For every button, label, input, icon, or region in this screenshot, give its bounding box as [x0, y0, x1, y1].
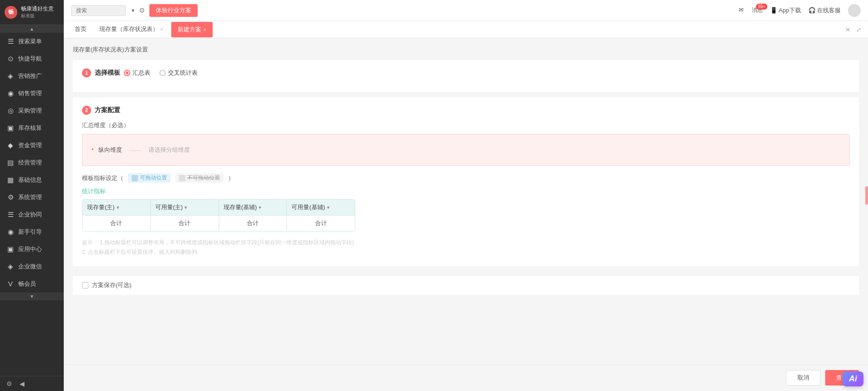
section-select-template: 1 选择模板 汇总表 交叉统计表	[73, 60, 859, 92]
template-radio-group: 汇总表 交叉统计表	[124, 69, 198, 77]
sidebar-item-label: 企业微信	[18, 262, 42, 271]
basic-info-icon: ▦	[6, 176, 15, 184]
sidebar-item-sales[interactable]: ◉ 销售管理	[0, 85, 64, 102]
gear-icon[interactable]: ⚙	[139, 6, 145, 15]
wechat-icon: ◈	[6, 262, 15, 271]
sidebar-item-inventory[interactable]: ▣ 库存核算	[0, 119, 64, 137]
tips-title: 提示：	[82, 239, 98, 246]
stat-cell-2: 合计	[151, 216, 219, 231]
stat-col-2[interactable]: 可用量(主) ▾	[151, 200, 219, 215]
newuser-icon: ◉	[6, 228, 15, 236]
indicators-label-suffix: ）	[228, 174, 234, 182]
topbar: ▾ ⚙ 体验行业方案 ✉ 99+ 消息 📱 App下载 🎧 在线客服	[64, 0, 868, 21]
tab-bar: 首页 现存量（库存状况表） × 新建方案 × ✕ ⤢	[64, 21, 868, 38]
tab-inventory-close-icon[interactable]: ×	[160, 26, 163, 32]
sidebar-item-basic-info[interactable]: ▦ 基础信息	[0, 171, 64, 189]
settings-icon[interactable]: ⚙	[6, 380, 12, 387]
dimension-box[interactable]: * 纵向维度 —— 请选择分组维度	[82, 134, 850, 166]
cancel-button[interactable]: 取消	[786, 370, 821, 386]
stat-col-3[interactable]: 现存量(基辅) ▾	[219, 200, 287, 215]
sidebar-item-wechat[interactable]: ◈ 企业微信	[0, 258, 64, 275]
tab-close-action[interactable]: ✕	[843, 25, 853, 34]
stat-cell-1: 合计	[82, 216, 151, 231]
search-input[interactable]	[71, 5, 126, 16]
stat-section: 统计指标 现存量(主) ▾ 可用量(主) ▾	[82, 187, 850, 232]
sidebar-item-label: 应用中心	[18, 245, 42, 253]
footer-buttons: 取消 查询	[64, 364, 868, 391]
sidebar-item-member[interactable]: V 畅会员	[0, 275, 64, 293]
sidebar-item-label: 基础信息	[18, 176, 42, 184]
radio-summary-label: 汇总表	[133, 69, 150, 77]
message-icon[interactable]: ✉ 99+ 消息	[739, 6, 763, 14]
sidebar-item-purchase[interactable]: ◎ 采购管理	[0, 102, 64, 119]
radio-cross[interactable]: 交叉统计表	[159, 69, 198, 77]
stat-col-1[interactable]: 现存量(主) ▾	[82, 200, 151, 215]
stat-col-4[interactable]: 可用量(基辅) ▾	[287, 200, 355, 215]
fixed-label: 不可拖动位置	[187, 174, 220, 182]
app-name: 畅康通好生意	[21, 5, 54, 13]
save-scheme-label: 方案保存(可选)	[92, 281, 132, 289]
sidebar-item-finance[interactable]: ◆ 资金管理	[0, 137, 64, 154]
ai-badge[interactable]: Ai	[842, 371, 863, 386]
sidebar-item-management[interactable]: ▤ 经营管理	[0, 154, 64, 171]
online-service-link[interactable]: 🎧 在线客服	[808, 6, 841, 15]
page-title: 现存量(库存状况表)方案设置	[73, 46, 859, 54]
dimension-dash: ——	[129, 147, 141, 154]
sidebar-item-quicknav[interactable]: ⊙ 快捷导航	[0, 50, 64, 67]
tab-home-label: 首页	[75, 25, 87, 33]
dimension-name: 纵向维度	[98, 146, 122, 154]
sidebar-item-enterprise-collab[interactable]: ☰ 企业协同	[0, 206, 64, 223]
search-menu-icon: ☰	[6, 37, 15, 46]
sidebar-scroll-down[interactable]: ▼	[0, 293, 64, 300]
sidebar-item-newuser[interactable]: ◉ 新手引导	[0, 223, 64, 241]
sidebar-scroll-up[interactable]: ▲	[0, 25, 64, 33]
sidebar-item-label: 畅会员	[18, 280, 36, 288]
sidebar-item-label: 库存核算	[18, 124, 42, 132]
tab-inventory-status[interactable]: 现存量（库存状况表） ×	[93, 21, 169, 38]
col4-dropdown-icon[interactable]: ▾	[327, 205, 330, 211]
tab-home[interactable]: 首页	[68, 21, 93, 38]
speaker-icon[interactable]: ◀	[20, 380, 25, 387]
sidebar-item-marketing[interactable]: ◈ 营销推广	[0, 67, 64, 85]
trial-button[interactable]: 体验行业方案	[149, 4, 198, 17]
purchase-icon: ◎	[6, 107, 15, 115]
indicators-label: 模板指标设定（	[82, 174, 123, 182]
sales-icon: ◉	[6, 89, 15, 98]
col1-dropdown-icon[interactable]: ▾	[117, 205, 119, 211]
app-download-link[interactable]: 📱 App下载	[770, 6, 801, 15]
step2-label: 方案配置	[95, 106, 120, 114]
save-scheme-checkbox[interactable]	[82, 282, 88, 288]
movable-box	[132, 175, 138, 181]
user-avatar[interactable]	[848, 4, 861, 17]
dropdown-selector[interactable]: ▾	[130, 7, 134, 14]
appcenter-icon: ▣	[6, 245, 15, 253]
logo-icon: 畅	[5, 6, 17, 19]
stat-cell-3: 合计	[219, 216, 287, 231]
sidebar-item-search[interactable]: ☰ 搜索菜单	[0, 33, 64, 50]
tab-new-scheme-close-icon[interactable]: ×	[203, 27, 206, 32]
tab-actions: ✕ ⤢	[843, 25, 863, 34]
step2-num: 2	[82, 106, 91, 115]
stat-table-body: 合计 合计 合计 合计	[82, 215, 355, 231]
tab-expand-action[interactable]: ⤢	[854, 25, 863, 34]
radio-cross-label: 交叉统计表	[168, 69, 198, 77]
sidebar-item-system[interactable]: ⚙ 系统管理	[0, 189, 64, 206]
tab-new-scheme[interactable]: 新建方案 ×	[171, 22, 212, 37]
radio-summary[interactable]: 汇总表	[124, 69, 150, 77]
tip2: 2. 点击标题栏下拉可设置排序、插入列和删除列	[82, 248, 850, 256]
finance-icon: ◆	[6, 141, 15, 149]
sidebar-item-appcenter[interactable]: ▣ 应用中心	[0, 241, 64, 258]
tip1: 提示： 1.拖动标题栏可以调整布局，不可跨维度或指标区域拖动栏目字段(只能在同一…	[82, 239, 850, 247]
col2-dropdown-icon[interactable]: ▾	[184, 205, 187, 211]
sidebar-item-label: 新手引导	[18, 228, 42, 236]
radio-cross-dot	[159, 70, 166, 76]
col3-dropdown-icon[interactable]: ▾	[259, 205, 261, 211]
inventory-icon: ▣	[6, 124, 15, 132]
tab-inventory-label: 现存量（库存状况表）	[99, 25, 158, 33]
app-edition: 标准版	[21, 13, 54, 19]
message-icon-symbol: ✉	[739, 6, 744, 13]
headset-icon: 🎧	[808, 7, 816, 14]
app-download-label: App下载	[779, 6, 801, 15]
movable-label: 可拖动位置	[140, 174, 167, 182]
right-collapse-handle[interactable]	[865, 186, 868, 205]
